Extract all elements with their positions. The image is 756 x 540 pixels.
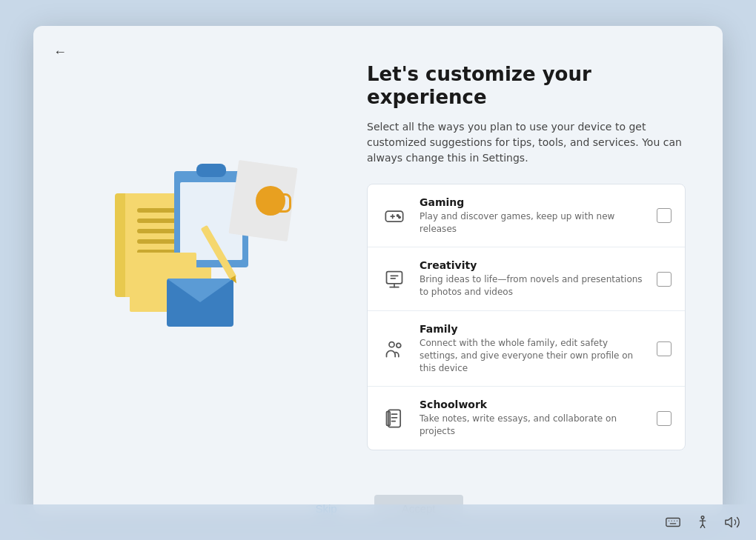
schoolwork-text: Schoolwork Take notes, write essays, and… <box>420 399 645 438</box>
option-family[interactable]: Family Connect with the whole family, ed… <box>368 311 685 387</box>
dialog-subtitle: Select all the ways you plan to use your… <box>367 119 686 166</box>
right-panel: Let's customize your experience Select a… <box>367 56 686 451</box>
family-checkbox[interactable] <box>657 341 672 356</box>
schoolwork-icon <box>381 405 408 432</box>
options-list: Gaming Play and discover games, keep up … <box>367 184 686 450</box>
dialog-title: Let's customize your experience <box>367 63 686 109</box>
coffee-cup <box>256 186 285 216</box>
schoolwork-desc: Take notes, write essays, and collaborat… <box>420 413 645 438</box>
svg-point-4 <box>399 216 400 218</box>
creativity-icon <box>381 266 408 293</box>
option-schoolwork[interactable]: Schoolwork Take notes, write essays, and… <box>368 387 685 450</box>
gaming-text: Gaming Play and discover games, keep up … <box>420 196 645 236</box>
family-desc: Connect with the whole family, edit safe… <box>420 337 645 374</box>
illustration <box>100 149 308 356</box>
family-title: Family <box>420 323 645 335</box>
svg-point-6 <box>389 341 394 347</box>
schoolwork-checkbox[interactable] <box>657 411 672 426</box>
schoolwork-title: Schoolwork <box>420 399 645 410</box>
envelope-shape <box>167 279 233 327</box>
gaming-desc: Play and discover games, keep up with ne… <box>420 210 645 236</box>
back-button[interactable]: ← <box>48 41 72 64</box>
svg-point-3 <box>397 215 399 216</box>
svg-rect-5 <box>387 271 402 283</box>
option-gaming[interactable]: Gaming Play and discover games, keep up … <box>368 184 685 248</box>
gaming-title: Gaming <box>420 196 645 208</box>
option-creativity[interactable]: Creativity Bring ideas to life—from nove… <box>368 247 685 311</box>
creativity-desc: Bring ideas to life—from novels and pres… <box>420 273 645 299</box>
creativity-title: Creativity <box>420 259 645 271</box>
family-text: Family Connect with the whole family, ed… <box>420 323 645 374</box>
illustration-panel <box>70 56 337 451</box>
svg-rect-10 <box>666 519 680 527</box>
volume-icon <box>723 513 741 531</box>
customize-dialog: ← <box>33 26 723 515</box>
gaming-checkbox[interactable] <box>657 208 672 223</box>
gamepad-icon <box>381 202 408 229</box>
svg-point-7 <box>397 343 401 347</box>
taskbar <box>0 504 756 540</box>
creativity-text: Creativity Bring ideas to life—from nove… <box>420 259 645 299</box>
family-icon <box>381 336 408 362</box>
creativity-checkbox[interactable] <box>657 272 672 287</box>
keyboard-icon <box>664 513 682 531</box>
accessibility-icon <box>694 513 712 531</box>
